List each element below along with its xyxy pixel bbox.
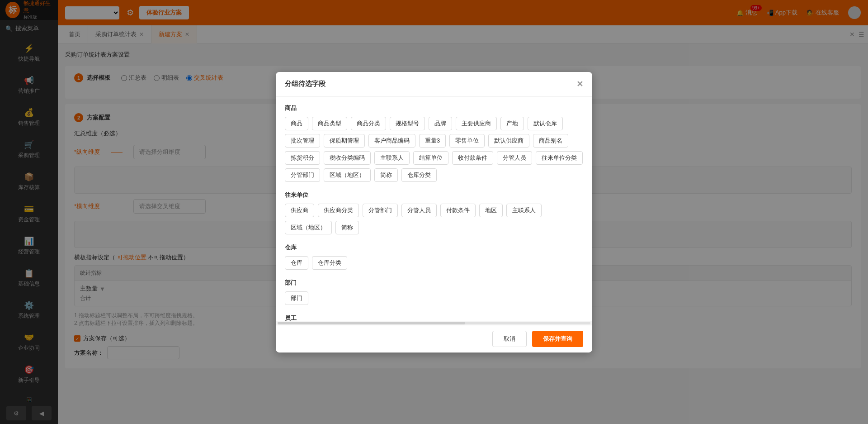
- field-main-supplier[interactable]: 主要供应商: [456, 117, 497, 130]
- field-expiry-mgmt[interactable]: 保质期管理: [324, 134, 365, 148]
- field-weight3[interactable]: 重量3: [419, 134, 446, 148]
- field-short-name[interactable]: 简称: [374, 168, 398, 182]
- field-warehouse[interactable]: 仓库: [285, 256, 308, 270]
- section-employee: 员工 业务员: [285, 314, 583, 321]
- field-manager[interactable]: 分管人员: [497, 151, 532, 165]
- modal-title: 分组待选字段: [285, 80, 326, 88]
- field-payment-cond[interactable]: 付款条件: [440, 204, 476, 217]
- section-warehouse: 仓库 仓库 仓库分类: [285, 243, 583, 270]
- field-manage-dept2[interactable]: 分管部门: [363, 204, 398, 217]
- field-default-supplier[interactable]: 默认供应商: [488, 134, 529, 148]
- field-warehouse-cat[interactable]: 仓库分类: [401, 168, 437, 182]
- field-spec-model[interactable]: 规格型号: [390, 117, 425, 130]
- modal-horizontal-scrollbar[interactable]: [276, 321, 592, 325]
- field-main-contact2[interactable]: 主联系人: [506, 204, 542, 217]
- section-department: 部门 部门: [285, 279, 583, 305]
- section-partner-title: 往来单位: [285, 191, 583, 199]
- field-product[interactable]: 商品: [285, 117, 308, 130]
- field-product-category[interactable]: 商品分类: [351, 117, 386, 130]
- modal-body[interactable]: 商品 商品 商品类型 商品分类 规格型号 品牌 主要供应商 产地 默认仓库 批次…: [276, 97, 592, 321]
- field-default-warehouse[interactable]: 默认仓库: [528, 117, 563, 130]
- field-settle-unit[interactable]: 结算单位: [413, 151, 448, 165]
- section-employee-title: 员工: [285, 314, 583, 321]
- field-region3[interactable]: 区域（地区）: [285, 221, 332, 234]
- field-pick-points[interactable]: 拣货积分: [285, 151, 320, 165]
- field-tax-code[interactable]: 税收分类编码: [324, 151, 371, 165]
- field-supplier[interactable]: 供应商: [285, 204, 314, 217]
- section-department-title: 部门: [285, 279, 583, 287]
- field-manage-dept[interactable]: 分管部门: [285, 168, 320, 182]
- section-product: 商品 商品 商品类型 商品分类 规格型号 品牌 主要供应商 产地 默认仓库 批次…: [285, 104, 583, 182]
- field-product-alias[interactable]: 商品别名: [533, 134, 568, 148]
- field-supplier-cat[interactable]: 供应商分类: [318, 204, 359, 217]
- partner-field-tags: 供应商 供应商分类 分管部门 分管人员 付款条件 地区 主联系人 区域（地区） …: [285, 204, 583, 234]
- hscroll-thumb[interactable]: [278, 322, 465, 324]
- modal-cancel-button[interactable]: 取消: [492, 331, 527, 347]
- field-product-type[interactable]: 商品类型: [312, 117, 347, 130]
- field-dept[interactable]: 部门: [285, 291, 308, 305]
- field-customer-code[interactable]: 客户商品编码: [368, 134, 415, 148]
- department-field-tags: 部门: [285, 291, 583, 305]
- field-origin[interactable]: 产地: [500, 117, 524, 130]
- section-warehouse-title: 仓库: [285, 243, 583, 252]
- field-select-modal: 分组待选字段 ✕ 商品 商品 商品类型 商品分类 规格型号 品牌 主要供应商 产…: [276, 72, 592, 353]
- hscroll-track: [278, 322, 590, 324]
- field-batch-mgmt[interactable]: 批次管理: [285, 134, 320, 148]
- section-partner: 往来单位 供应商 供应商分类 分管部门 分管人员 付款条件 地区 主联系人 区域…: [285, 191, 583, 234]
- field-retail-unit[interactable]: 零售单位: [449, 134, 485, 148]
- field-warehouse-cat2[interactable]: 仓库分类: [312, 256, 347, 270]
- field-region2[interactable]: 地区: [479, 204, 503, 217]
- modal-footer: 取消 保存并查询: [276, 325, 592, 353]
- modal-save-button[interactable]: 保存并查询: [532, 331, 583, 347]
- field-region[interactable]: 区域（地区）: [324, 168, 371, 182]
- modal-close-button[interactable]: ✕: [576, 79, 583, 89]
- field-manage-person2[interactable]: 分管人员: [401, 204, 437, 217]
- section-product-title: 商品: [285, 104, 583, 112]
- field-source-unit-cat[interactable]: 往来单位分类: [536, 151, 583, 165]
- field-payment-terms[interactable]: 收付款条件: [452, 151, 493, 165]
- field-brand[interactable]: 品牌: [429, 117, 452, 130]
- warehouse-field-tags: 仓库 仓库分类: [285, 256, 583, 270]
- field-short-name2[interactable]: 简称: [335, 221, 359, 234]
- modal-header: 分组待选字段 ✕: [276, 72, 592, 97]
- field-main-contact[interactable]: 主联系人: [374, 151, 410, 165]
- product-field-tags: 商品 商品类型 商品分类 规格型号 品牌 主要供应商 产地 默认仓库 批次管理 …: [285, 117, 583, 182]
